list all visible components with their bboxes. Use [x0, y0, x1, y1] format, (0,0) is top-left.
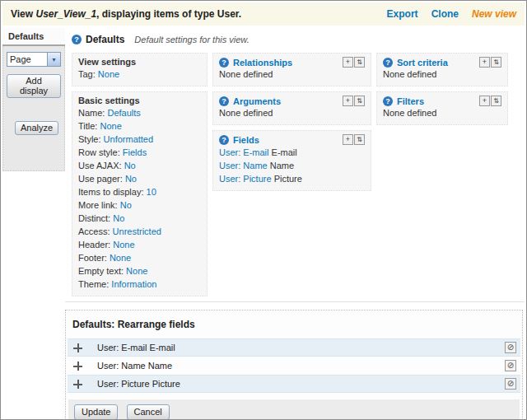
setting-value-link[interactable]: Unrestricted — [113, 226, 161, 236]
setting-row: Distinct: No — [78, 212, 201, 225]
setting-value-link[interactable]: No — [113, 213, 124, 223]
view-name: User_View_1 — [35, 8, 96, 20]
basic-settings-box: Basic settings Name: Defaults Title: Non… — [72, 91, 208, 296]
field-row: User: Picture Picture — [219, 172, 365, 185]
display-settings-panel: ? Defaults Default settings for this vie… — [65, 28, 525, 302]
setting-label: Empty text: — [78, 266, 124, 276]
relationships-box: ? Relationships +⇅ None defined — [212, 53, 371, 86]
setting-row: Empty text: None — [78, 264, 201, 278]
field-row: User: E-mail E-mail — [219, 146, 365, 159]
help-icon[interactable]: ? — [383, 96, 393, 106]
filters-box: ? Filters +⇅ None defined — [376, 91, 508, 125]
setting-value-link[interactable]: Fields — [123, 147, 147, 157]
arguments-empty: None defined — [219, 107, 365, 119]
tag-label: Tag: — [78, 69, 96, 79]
help-icon[interactable]: ? — [219, 135, 229, 145]
arguments-box: ? Arguments +⇅ None defined — [212, 91, 371, 125]
drag-handle-icon[interactable] — [73, 362, 82, 371]
chevron-down-icon: ▼ — [47, 53, 60, 66]
display-select[interactable]: Page ▼ — [7, 52, 61, 67]
rearrange-icon[interactable]: ⇅ — [354, 96, 365, 106]
field-label: Picture — [274, 174, 302, 184]
view-header-bar: View User_View_1, displaying items of ty… — [2, 2, 525, 26]
views-ui-page: View User_View_1, displaying items of ty… — [0, 0, 527, 420]
drag-handle-icon[interactable] — [73, 343, 82, 352]
setting-row: Use pager: No — [78, 172, 201, 185]
setting-value-link[interactable]: No — [124, 161, 136, 170]
setting-row: Row style: Fields — [78, 146, 201, 159]
setting-value-link[interactable]: None — [100, 121, 122, 131]
setting-label: Access: — [78, 226, 110, 236]
rearrange-row-label: User: Name Name — [97, 361, 172, 371]
setting-row: Footer: None — [78, 251, 201, 264]
remove-icon[interactable]: ⊘ — [505, 342, 516, 353]
setting-value-link[interactable]: None — [126, 266, 147, 276]
new-view-link[interactable]: New view — [472, 8, 516, 20]
tag-value-link[interactable]: None — [98, 69, 119, 79]
export-link[interactable]: Export — [387, 8, 418, 20]
setting-value-link[interactable]: No — [125, 174, 137, 184]
column-middle: ? Relationships +⇅ None defined ? Argume… — [212, 53, 371, 196]
analyze-button[interactable]: Analyze — [15, 121, 58, 135]
clone-link[interactable]: Clone — [431, 8, 459, 20]
setting-row: Title: None — [78, 119, 201, 133]
rearrange-icon[interactable]: ⇅ — [491, 57, 501, 68]
fields-box: ? Fields +⇅ User: E-mail E-mail User: Na… — [212, 130, 371, 191]
panel-header: ? Defaults Default settings for this vie… — [72, 34, 525, 45]
column-right: ? Sort criteria +⇅ None defined ? Filter… — [376, 53, 508, 130]
cancel-button[interactable]: Cancel — [127, 404, 170, 420]
add-icon[interactable]: + — [343, 57, 353, 68]
remove-icon[interactable]: ⊘ — [505, 360, 516, 371]
setting-value-link[interactable]: None — [110, 253, 131, 263]
rearrange-icon[interactable]: ⇅ — [354, 57, 365, 68]
sort-criteria-link[interactable]: Sort criteria — [397, 58, 448, 68]
filters-empty: None defined — [383, 107, 501, 119]
setting-value-link[interactable]: Defaults — [107, 108, 140, 118]
setting-row: Use AJAX: No — [78, 159, 201, 172]
setting-label: Style: — [78, 134, 101, 144]
rearrange-icon[interactable]: ⇅ — [491, 96, 501, 106]
update-button[interactable]: Update — [74, 404, 118, 420]
setting-value-link[interactable]: 10 — [147, 187, 156, 197]
view-title-suffix: , displaying items of type User. — [96, 8, 241, 20]
basic-settings-title: Basic settings — [78, 96, 140, 105]
field-label: E-mail — [272, 147, 297, 157]
filters-link[interactable]: Filters — [397, 96, 424, 106]
add-icon[interactable]: + — [479, 96, 490, 106]
arguments-link[interactable]: Arguments — [233, 96, 281, 106]
fields-link[interactable]: Fields — [233, 135, 259, 145]
column-basic: View settings Tag: None Basic settings N… — [72, 53, 208, 301]
setting-value-link[interactable]: None — [113, 240, 134, 250]
views-edit-content: Defaults Page ▼ Add display Analyze ? De… — [2, 28, 525, 302]
help-icon[interactable]: ? — [72, 35, 82, 44]
setting-value-link[interactable]: Information — [111, 279, 156, 289]
add-icon[interactable]: + — [343, 96, 353, 106]
setting-label: Header: — [78, 240, 110, 250]
drag-handle-icon[interactable] — [73, 380, 82, 389]
help-icon[interactable]: ? — [383, 58, 393, 68]
settings-columns: View settings Tag: None Basic settings N… — [72, 53, 525, 301]
setting-row: Header: None — [78, 238, 201, 251]
setting-value-link[interactable]: Unformatted — [104, 134, 154, 144]
setting-row: Items to display: 10 — [78, 185, 201, 198]
help-icon[interactable]: ? — [219, 58, 229, 68]
sort-criteria-empty: None defined — [383, 68, 501, 81]
field-link[interactable]: User: E-mail — [219, 147, 269, 157]
rearrange-fields-section: Defaults: Rearrange fields User: E-mail … — [65, 310, 523, 420]
relationships-link[interactable]: Relationships — [233, 58, 292, 68]
setting-value-link[interactable]: No — [120, 200, 132, 210]
field-link[interactable]: User: Name — [219, 161, 268, 170]
display-select-value: Page — [7, 54, 47, 64]
field-link[interactable]: User: Picture — [219, 174, 272, 184]
remove-icon[interactable]: ⊘ — [505, 378, 516, 390]
add-icon[interactable]: + — [343, 134, 353, 145]
rearrange-icon[interactable]: ⇅ — [354, 134, 365, 145]
setting-label: Theme: — [78, 279, 109, 289]
setting-row: Name: Defaults — [78, 106, 201, 119]
add-icon[interactable]: + — [479, 57, 490, 68]
help-icon[interactable]: ? — [219, 96, 229, 106]
add-display-button[interactable]: Add display — [7, 74, 61, 98]
tab-defaults[interactable]: Defaults — [2, 28, 65, 46]
rearrange-row: User: E-mail E-mail ⊘ — [68, 338, 520, 357]
setting-label: Footer: — [78, 253, 107, 263]
